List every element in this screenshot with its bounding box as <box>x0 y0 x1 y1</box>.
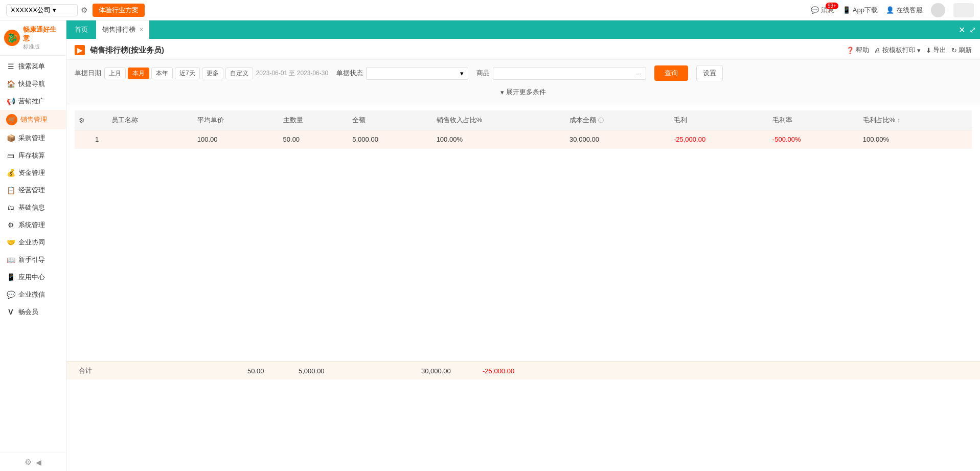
app-download-btn[interactable]: 📱 App下载 <box>842 6 878 15</box>
search-menu-icon: ☰ <box>6 62 15 71</box>
table-container: ⚙ 员工名称 平均单价 主数量 全额 销售收入占比% 成本全额 <box>66 110 980 157</box>
th-settings[interactable]: ⚙ <box>75 110 91 130</box>
sidebar-item-purchase[interactable]: 📦 采购管理 <box>0 129 66 147</box>
sidebar-item-inventory[interactable]: 🗃 库存核算 <box>0 147 66 164</box>
header-row: ⚙ 员工名称 平均单价 主数量 全额 销售收入占比% 成本全额 <box>75 110 972 130</box>
chevron-down-icon: ▾ <box>53 6 56 14</box>
sidebar-item-system[interactable]: ⚙ 系统管理 <box>0 216 66 234</box>
date-btn-this-month[interactable]: 本月 <box>128 68 149 79</box>
tab-close-icon[interactable]: × <box>140 26 143 33</box>
cell-gross-pct: 100.00% <box>859 130 972 149</box>
info-icon: ⓘ <box>598 117 604 123</box>
tab-bar-right: ✕ ⤢ <box>959 25 980 35</box>
cell-settings <box>75 130 91 149</box>
export-btn[interactable]: ⬇ 导出 <box>926 46 946 55</box>
date-btn-this-year[interactable]: 本年 <box>151 68 173 79</box>
top-right: 💬 消息 99+ 📱 App下载 👤 在线客服 <box>811 3 974 17</box>
goods-input[interactable]: ··· <box>493 67 646 80</box>
expand-more-btn[interactable]: ▾ 展开更多条件 <box>500 85 546 99</box>
industry-btn[interactable]: 体验行业方案 <box>93 4 145 17</box>
cell-main-qty: 50.00 <box>279 130 349 149</box>
summary-gross: -25,000.00 <box>483 367 544 375</box>
tab-home[interactable]: 首页 <box>66 20 96 39</box>
sidebar-item-finance[interactable]: 💰 资金管理 <box>0 164 66 182</box>
sidebar-item-label: 搜索菜单 <box>18 62 45 71</box>
logo-text-sub: 标准版 <box>23 43 62 50</box>
enterprise-icon: 🤝 <box>6 238 15 246</box>
page-actions: ❓ 帮助 🖨 按模板打印 ▾ ⬇ 导出 <box>846 46 972 55</box>
cell-rank: 1 <box>91 130 107 149</box>
sidebar-item-quick-nav[interactable]: 🏠 快捷导航 <box>0 75 66 93</box>
sidebar: 🐉 畅康通好生意 标准版 ☰ 搜索菜单 🏠 快捷导航 <box>0 20 66 471</box>
refresh-btn[interactable]: ↻ 刷新 <box>951 46 972 55</box>
tab-sales-ranking[interactable]: 销售排行榜 × <box>96 20 149 39</box>
th-gross: 毛利 <box>670 110 768 130</box>
date-btn-last-month[interactable]: 上月 <box>104 68 126 79</box>
sidebar-item-weixin[interactable]: 💬 企业微信 <box>0 286 66 303</box>
collapse-btn[interactable]: ▶ <box>75 45 85 55</box>
summary-cost-amount: 30,000.00 <box>421 367 483 375</box>
cell-cost-amount: 30,000.00 <box>565 130 670 149</box>
avatar[interactable] <box>931 3 945 17</box>
th-cost-amount: 成本全额 ⓘ <box>565 110 670 130</box>
help-btn[interactable]: ❓ 帮助 <box>846 46 869 55</box>
filter-row: 单据日期 上月 本月 本年 近7天 更多 自定义 2023-06-01 至 20… <box>75 65 972 81</box>
sidebar-item-basic-info[interactable]: 🗂 基础信息 <box>0 199 66 216</box>
more-icon: ··· <box>636 70 642 77</box>
date-filter-group: 单据日期 上月 本月 本年 近7天 更多 自定义 2023-06-01 至 20… <box>75 68 328 79</box>
sidebar-item-label: 库存核算 <box>18 151 45 160</box>
th-gross-rate: 毛利率 <box>768 110 859 130</box>
company-selector[interactable]: XXXXXX公司 ▾ <box>6 4 78 16</box>
goods-filter-group: 商品 ··· <box>476 67 646 80</box>
page-header: ▶ 销售排行榜(按业务员) ❓ 帮助 🖨 按模板打印 ▾ <box>66 39 980 60</box>
date-btn-7days[interactable]: 近7天 <box>175 68 200 79</box>
sidebar-item-marketing[interactable]: 📢 营销推广 <box>0 93 66 110</box>
date-buttons: 上月 本月 本年 近7天 更多 自定义 <box>104 68 253 79</box>
content-area: ▶ 销售排行榜(按业务员) ❓ 帮助 🖨 按模板打印 ▾ <box>66 39 980 471</box>
close-window-icon[interactable]: ✕ <box>959 25 965 35</box>
sidebar-item-vip[interactable]: V 畅会员 <box>0 303 66 321</box>
basic-info-icon: 🗂 <box>6 204 15 212</box>
sidebar-item-enterprise[interactable]: 🤝 企业协同 <box>0 234 66 251</box>
sidebar-item-operation[interactable]: 📋 经营管理 <box>0 182 66 199</box>
messages-btn[interactable]: 💬 消息 99+ <box>811 6 834 15</box>
th-main-qty: 主数量 <box>279 110 349 130</box>
status-select[interactable]: ▾ <box>366 67 468 80</box>
status-filter-label: 单据状态 <box>336 69 363 78</box>
cell-gross: -25,000.00 <box>670 130 768 149</box>
service-icon: 👤 <box>886 6 894 14</box>
gear-icon[interactable]: ⚙ <box>81 6 87 15</box>
summary-bar: 合计 50.00 5,000.00 30,000.00 -25,000.00 <box>66 362 980 379</box>
sort-icon: ↕ <box>897 116 901 124</box>
sidebar-item-label: 基础信息 <box>18 203 45 212</box>
sidebar-item-guide[interactable]: 📖 新手引导 <box>0 251 66 268</box>
settings-button[interactable]: 设置 <box>696 65 723 81</box>
cell-amount: 5,000.00 <box>348 130 432 149</box>
sidebar-item-search-menu[interactable]: ☰ 搜索菜单 <box>0 58 66 75</box>
message-icon: 💬 <box>811 6 819 14</box>
query-button[interactable]: 查询 <box>654 65 688 81</box>
app-center-icon: 📱 <box>6 273 15 281</box>
sidebar-item-sales[interactable]: 🛒 销售管理 <box>0 110 66 129</box>
online-service-btn[interactable]: 👤 在线客服 <box>886 6 923 15</box>
print-icon: 🖨 <box>874 47 881 54</box>
date-filter-label: 单据日期 <box>75 69 101 78</box>
company-name: XXXXXX公司 <box>11 6 51 15</box>
sidebar-item-label: 营销推广 <box>18 97 45 106</box>
column-settings-icon[interactable]: ⚙ <box>79 117 85 124</box>
chevron-down-icon: ▾ <box>917 47 921 54</box>
date-range-display: 2023-06-01 至 2023-06-30 <box>256 69 328 78</box>
logo-text-main: 畅康通好生意 <box>23 26 62 43</box>
sidebar-collapse-icon[interactable]: ◀ <box>36 458 41 466</box>
vip-icon: V <box>6 308 15 316</box>
date-btn-custom[interactable]: 自定义 <box>225 68 253 79</box>
date-btn-more[interactable]: 更多 <box>202 68 223 79</box>
template-print-btn[interactable]: 🖨 按模板打印 ▾ <box>874 46 921 55</box>
chevron-down-icon: ▾ <box>460 70 464 77</box>
sidebar-settings-icon[interactable]: ⚙ <box>25 457 32 467</box>
sidebar-item-app-center[interactable]: 📱 应用中心 <box>0 268 66 286</box>
sidebar-item-label: 快捷导航 <box>18 79 45 88</box>
sidebar-item-label: 畅会员 <box>18 307 38 317</box>
maximize-icon[interactable]: ⤢ <box>969 25 976 35</box>
data-table: ⚙ 员工名称 平均单价 主数量 全额 销售收入占比% 成本全额 <box>75 110 972 149</box>
